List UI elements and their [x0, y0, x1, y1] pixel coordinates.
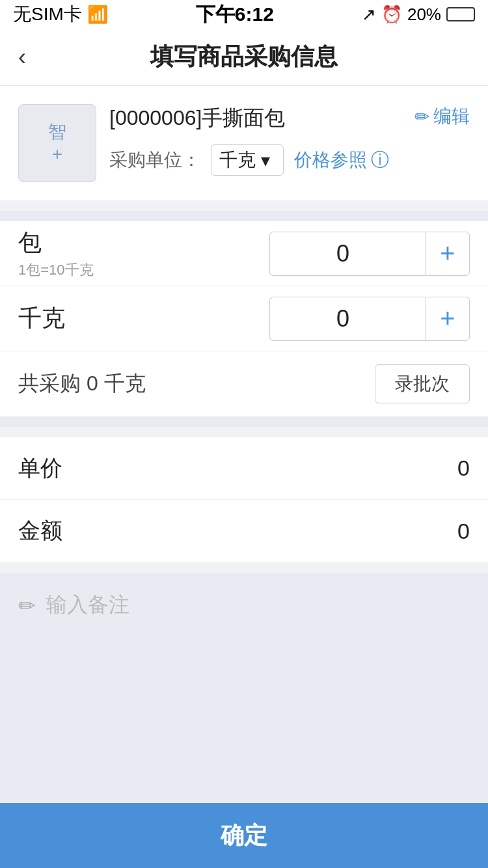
battery-text: 20% [407, 5, 441, 25]
unit-price-value: 0 [457, 455, 470, 481]
page-title: 填写商品采购信息 [150, 41, 338, 73]
remark-placeholder: 输入备注 [46, 591, 129, 619]
status-right: ↗ ⏰ 20% [362, 5, 475, 25]
unit-value: 千克 [219, 148, 256, 172]
bao-plus-button[interactable]: + [426, 232, 470, 276]
bao-label-sub: 1包=10千克 [18, 260, 96, 280]
battery-icon [446, 7, 475, 21]
edit-button[interactable]: ✏ 编辑 [414, 104, 470, 129]
edit-icon: ✏ [414, 106, 429, 128]
kg-quantity-input[interactable] [269, 297, 426, 341]
wifi-icon: 📶 [87, 5, 108, 25]
status-carrier: 无SIM卡 📶 [13, 2, 108, 27]
amount-row: 金额 0 [0, 500, 488, 562]
kg-label: 千克 [18, 303, 96, 334]
section-divider-1 [0, 211, 488, 221]
product-name: [0000006]手撕面包 [109, 104, 285, 133]
section-divider-2 [0, 416, 488, 427]
price-section: 单价 0 金额 0 [0, 437, 488, 562]
total-row: 共采购 0 千克 录批次 [0, 351, 488, 416]
bao-input-right: + [96, 232, 470, 276]
batch-button[interactable]: 录批次 [375, 364, 470, 403]
amount-label: 金额 [18, 516, 62, 546]
nav-bar: ‹ 填写商品采购信息 [0, 29, 488, 86]
unit-price-row: 单价 0 [0, 437, 488, 500]
pencil-icon: ✏ [18, 593, 36, 618]
bao-quantity-input[interactable] [269, 232, 426, 276]
confirm-button[interactable]: 确定 [0, 803, 488, 868]
location-icon: ↗ [362, 5, 376, 25]
product-header: [0000006]手撕面包 ✏ 编辑 [109, 104, 470, 133]
kg-plus-button[interactable]: + [426, 297, 470, 341]
remark-section[interactable]: ✏ 输入备注 [0, 573, 488, 833]
back-button[interactable]: ‹ [18, 44, 26, 71]
product-info: [0000006]手撕面包 ✏ 编辑 采购单位： 千克 ▾ 价格参照 ⓘ [109, 104, 470, 176]
unit-dropdown[interactable]: 千克 ▾ [211, 144, 284, 176]
bao-label: 包 1包=10千克 [18, 227, 96, 280]
status-bar: 无SIM卡 📶 下午6:12 ↗ ⏰ 20% [0, 0, 488, 29]
product-card: 智 + [0000006]手撕面包 ✏ 编辑 采购单位： 千克 ▾ 价格参照 ⓘ [0, 86, 488, 200]
input-section: 包 1包=10千克 + 千克 + [0, 221, 488, 351]
alarm-icon: ⏰ [381, 5, 402, 25]
unit-price-label: 单价 [18, 454, 62, 483]
price-ref-button[interactable]: 价格参照 ⓘ [294, 148, 389, 172]
status-time: 下午6:12 [196, 1, 274, 28]
carrier-text: 无SIM卡 [13, 2, 82, 27]
help-icon: ⓘ [371, 148, 389, 172]
bao-label-main: 包 [18, 227, 96, 259]
input-row-bao: 包 1包=10千克 + [0, 221, 488, 286]
unit-label: 采购单位： [109, 148, 200, 172]
product-image: 智 + [18, 104, 96, 182]
product-logo: 智 + [48, 121, 66, 165]
product-unit-row: 采购单位： 千克 ▾ 价格参照 ⓘ [109, 144, 470, 176]
kg-label-main: 千克 [18, 303, 96, 334]
edit-label: 编辑 [433, 104, 470, 129]
amount-value: 0 [457, 519, 470, 544]
chevron-down-icon: ▾ [261, 150, 270, 171]
total-text: 共采购 0 千克 [18, 370, 146, 398]
input-row-kg: 千克 + [0, 286, 488, 351]
kg-input-right: + [96, 297, 470, 341]
price-ref-label: 价格参照 [294, 148, 367, 172]
